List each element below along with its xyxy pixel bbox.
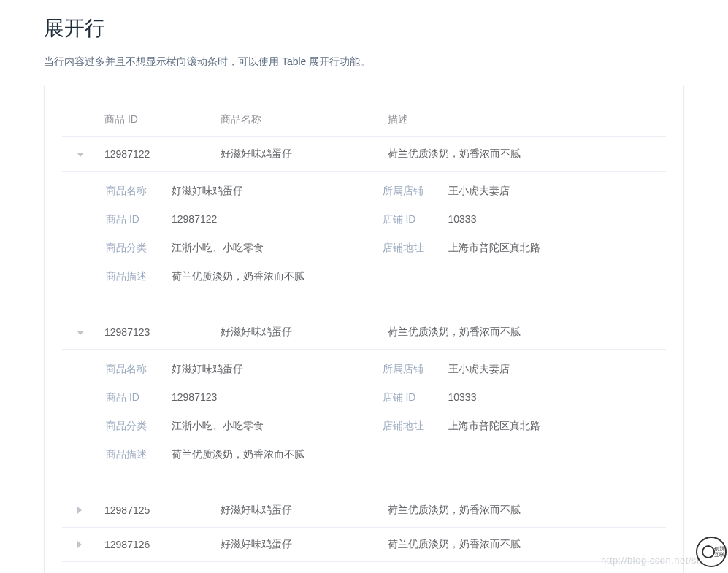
column-name: 商品名称 [213, 103, 380, 137]
badge-text: 创新互联 [714, 546, 725, 557]
table-row: 12987126 好滋好味鸡蛋仔 荷兰优质淡奶，奶香浓而不腻 [62, 528, 666, 562]
label-product-id: 商品 ID [106, 390, 172, 405]
cell-name: 好滋好味鸡蛋仔 [213, 315, 380, 350]
column-expand [62, 103, 97, 137]
column-desc: 描述 [380, 103, 666, 137]
cell-name: 好滋好味鸡蛋仔 [213, 528, 380, 562]
value-store-address: 上海市普陀区真北路 [448, 418, 540, 434]
chevron-right-icon[interactable] [76, 506, 83, 516]
label-product-id: 商品 ID [106, 212, 172, 227]
cell-name: 好滋好味鸡蛋仔 [213, 137, 380, 172]
value-product-id: 12987123 [172, 390, 217, 405]
value-product-desc: 荷兰优质淡奶，奶香浓而不腻 [172, 269, 304, 284]
table-expanded-row: 商品名称 好滋好味鸡蛋仔 所属店铺 王小虎夫妻店 商品 ID 12987123 … [62, 350, 666, 493]
value-owning-store: 王小虎夫妻店 [448, 361, 510, 377]
label-owning-store: 所属店铺 [383, 183, 448, 199]
value-owning-store: 王小虎夫妻店 [448, 183, 510, 199]
value-product-category: 江浙小吃、小吃零食 [172, 418, 264, 434]
cell-id: 12987125 [97, 493, 213, 528]
label-product-category: 商品分类 [106, 418, 172, 434]
cell-id: 12987126 [97, 528, 213, 562]
chevron-right-icon[interactable] [74, 329, 85, 337]
label-store-id: 店铺 ID [383, 390, 448, 405]
expandable-table: 商品 ID 商品名称 描述 12987122 好滋好味鸡蛋仔 荷兰优质淡奶，奶香… [62, 103, 666, 562]
page-description: 当行内容过多并且不想显示横向滚动条时，可以使用 Table 展开行功能。 [44, 55, 684, 69]
demo-block: 商品 ID 商品名称 描述 12987122 好滋好味鸡蛋仔 荷兰优质淡奶，奶香… [44, 85, 684, 573]
label-product-name: 商品名称 [106, 361, 172, 377]
label-store-id: 店铺 ID [383, 212, 448, 227]
cell-desc: 荷兰优质淡奶，奶香浓而不腻 [380, 493, 666, 528]
table-row: 12987122 好滋好味鸡蛋仔 荷兰优质淡奶，奶香浓而不腻 [62, 137, 666, 172]
label-product-desc: 商品描述 [106, 269, 172, 284]
value-product-desc: 荷兰优质淡奶，奶香浓而不腻 [172, 447, 304, 462]
column-id: 商品 ID [97, 103, 213, 137]
value-product-name: 好滋好味鸡蛋仔 [172, 183, 243, 199]
corner-badge-logo: 创新互联 [696, 537, 727, 567]
label-store-address: 店铺地址 [383, 418, 448, 434]
cell-desc: 荷兰优质淡奶，奶香浓而不腻 [380, 315, 666, 350]
label-product-desc: 商品描述 [106, 447, 172, 462]
chevron-right-icon[interactable] [76, 540, 83, 550]
cell-id: 12987122 [97, 137, 213, 172]
value-product-name: 好滋好味鸡蛋仔 [172, 361, 243, 377]
value-store-address: 上海市普陀区真北路 [448, 240, 540, 255]
label-product-category: 商品分类 [106, 240, 172, 255]
value-store-id: 10333 [448, 390, 477, 405]
table-header-row: 商品 ID 商品名称 描述 [62, 103, 666, 137]
cell-name: 好滋好味鸡蛋仔 [213, 493, 380, 528]
cell-desc: 荷兰优质淡奶，奶香浓而不腻 [380, 137, 666, 172]
value-product-category: 江浙小吃、小吃零食 [172, 240, 264, 255]
label-product-name: 商品名称 [106, 183, 172, 199]
value-product-id: 12987122 [172, 212, 217, 227]
label-owning-store: 所属店铺 [383, 361, 448, 377]
chevron-right-icon[interactable] [74, 151, 85, 158]
table-row: 12987125 好滋好味鸡蛋仔 荷兰优质淡奶，奶香浓而不腻 [62, 493, 666, 528]
cell-id: 12987123 [97, 315, 213, 350]
label-store-address: 店铺地址 [383, 240, 448, 255]
page-title: 展开行 [44, 15, 684, 42]
table-row: 12987123 好滋好味鸡蛋仔 荷兰优质淡奶，奶香浓而不腻 [62, 315, 666, 350]
value-store-id: 10333 [448, 212, 477, 227]
table-expanded-row: 商品名称 好滋好味鸡蛋仔 所属店铺 王小虎夫妻店 商品 ID 12987122 … [62, 172, 666, 315]
